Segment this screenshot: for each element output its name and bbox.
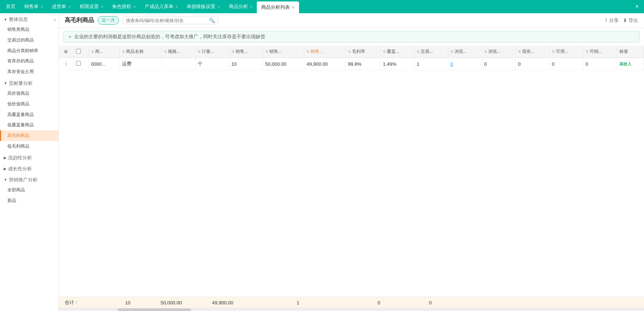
product-table: ⚙ 商... 商品名称 规格... 计量... 销售... 销售... 销售..… [59,46,644,70]
cell-code: 0000... [89,58,119,70]
cell-spec [161,58,195,70]
col-stock-current[interactable]: 现有... [515,46,549,58]
table-header-row: ⚙ 商... 商品名称 规格... 计量... 销售... 销售... 销售..… [59,46,644,58]
col-sales-amount[interactable]: 销售... [263,46,304,58]
table-container[interactable]: ⚙ 商... 商品名称 规格... 计量... 销售... 销售... 销售..… [59,46,644,297]
cell-stock-saleable: 0 [583,58,617,70]
search-icon[interactable]: 🔍 [209,18,215,23]
col-coverage[interactable]: 覆盖... [381,46,414,58]
col-stock-saleable[interactable]: 可销... [583,46,617,58]
col-code[interactable]: 商... [89,46,119,58]
nav-role-auth[interactable]: 角色授权 × [108,0,140,13]
col-sales-profit[interactable]: 销售... [304,46,346,58]
nav-close-finished[interactable]: × [176,4,178,9]
cell-tag: 高收入 [617,58,644,70]
sidebar-item-low-coverage[interactable]: 低覆盖量商品 [0,120,58,130]
top-nav: 首页 销售单 × 进货单 × 权限设置 × 角色授权 × 产成品入库单 × 单据… [0,0,644,13]
scrollbar-thumb [118,308,191,311]
filter-recent-month-button[interactable]: 近一月 [98,16,119,25]
sidebar-group-flow[interactable]: ▶ 流趋性分析 [0,152,58,163]
header-actions: ⤴ 分享 ⬇ 导出 [605,17,638,24]
sidebar-collapse-button[interactable]: « [51,16,58,23]
footer-stock-saleable: 0 [402,300,432,305]
table-footer: 合计： 10 50,000.00 49,900.00 1 0 0 [59,297,644,308]
sidebar-item-all-goods[interactable]: 全部商品 [0,185,58,195]
col-name[interactable]: 商品名称 [119,46,161,58]
sidebar-group-growth[interactable]: ▶ 成长性分析 [0,163,58,174]
col-tag: 标签 [617,46,644,58]
col-browse2[interactable]: 浏览... [482,46,516,58]
sidebar-item-high-margin[interactable]: 高毛利商品 [0,130,58,141]
sidebar-item-low-margin[interactable]: 低毛利商品 [0,141,58,152]
share-button[interactable]: ⤴ 分享 [605,17,619,24]
table-row: 1 0000... 运费 个 10 50,000.00 49,900.00 99… [59,58,644,70]
footer-sales-amount: 50,000.00 [152,300,182,305]
nav-sales-order[interactable]: 销售单 × [20,0,47,13]
sidebar-item-high-value[interactable]: 高价值商品 [0,88,58,99]
sidebar-item-low-value[interactable]: 低价值商品 [0,99,58,109]
sidebar-item-high-coverage[interactable]: 高覆盖量商品 [0,109,58,120]
share-icon: ⤴ [605,18,608,23]
select-all-checkbox[interactable] [76,49,81,54]
search-box: 🔍 [123,17,218,24]
nav-close-all-button[interactable]: × [632,0,643,13]
page-title: 高毛利商品 [65,17,94,24]
cell-sales-profit: 49,900.00 [304,58,346,70]
nav-close-role[interactable]: × [133,4,136,9]
sidebar-item-stock-capital[interactable]: 库存资金占用 [0,66,58,77]
nav-close-analysis-list[interactable]: × [292,5,294,10]
sidebar-item-stock-goods[interactable]: 有库存的商品 [0,56,58,66]
info-icon: ✧ [68,34,72,40]
col-browse1[interactable]: 浏览... [448,46,482,58]
cell-index: 1 [59,58,73,70]
info-banner: ✧ 企业的主要的利润都是这部分商品创造的，可考虑加大推广，同时关注库存是不要出现… [63,31,640,43]
sidebar-item-category-rate[interactable]: 商品分类助销率 [0,46,58,56]
nav-close-sales[interactable]: × [41,4,43,9]
nav-product-analysis[interactable]: 商品分析 × [224,0,257,13]
col-transaction[interactable]: 交易... [414,46,448,58]
cell-stock-current: 0 [515,58,549,70]
cell-browse2: 0 [482,58,516,70]
col-settings[interactable]: ⚙ [59,46,73,58]
sidebar-group-marketing[interactable]: ▼ 营销推广分析 [0,174,58,185]
col-gross-margin[interactable]: 毛利率 [346,46,381,58]
col-sales-qty[interactable]: 销售... [229,46,263,58]
nav-close-permission[interactable]: × [101,4,103,9]
cell-stock-available: 0 [549,58,583,70]
sidebar-group-overall[interactable]: ▼ 整体信息 [0,13,58,24]
footer-sales-qty: 10 [101,300,130,305]
footer-sales-profit: 49,900.00 [204,300,233,305]
horizontal-scrollbar[interactable] [59,308,644,311]
group-arrow-contribution: ▼ [4,81,7,85]
sidebar-item-traded-goods[interactable]: 交易过的商品 [0,35,58,46]
nav-finished-goods[interactable]: 产成品入库单 × [140,0,182,13]
nav-close-analysis[interactable]: × [250,4,252,9]
group-arrow-growth: ▶ [4,167,7,171]
sidebar-item-new-goods[interactable]: 新品 [0,195,58,206]
cell-checkbox[interactable] [73,58,89,70]
cell-sales-amount: 50,000.00 [263,58,304,70]
nav-template-settings[interactable]: 单据模板设置 × [182,0,224,13]
export-button[interactable]: ⬇ 导出 [623,17,638,24]
nav-purchase-order[interactable]: 进货单 × [47,0,75,13]
sidebar: « ▼ 整体信息 销售类商品 交易过的商品 商品分类助销率 有库存的商品 库存资… [0,13,59,311]
nav-home[interactable]: 首页 [1,0,20,13]
cell-coverage: 1.49% [381,58,414,70]
footer-transaction: 1 [270,300,299,305]
group-arrow-overall: ▼ [4,18,7,22]
nav-permission-settings[interactable]: 权限设置 × [75,0,108,13]
group-arrow-flow: ▶ [4,156,7,160]
col-spec[interactable]: 规格... [161,46,195,58]
col-stock-available[interactable]: 可用... [549,46,583,58]
cell-gross-margin: 99.8% [346,58,381,70]
export-icon: ⬇ [623,18,627,23]
nav-product-analysis-list[interactable]: 商品分析列表 × [257,1,299,13]
col-unit[interactable]: 计量... [195,46,229,58]
cell-browse1[interactable]: 0 [448,58,482,70]
sidebar-group-contribution[interactable]: ▼ 贡献量分析 [0,77,58,88]
nav-close-purchase[interactable]: × [68,4,71,9]
col-checkbox [73,46,89,58]
sidebar-item-sales-goods[interactable]: 销售类商品 [0,24,58,35]
search-input[interactable] [126,18,209,23]
nav-close-template[interactable]: × [217,4,220,9]
